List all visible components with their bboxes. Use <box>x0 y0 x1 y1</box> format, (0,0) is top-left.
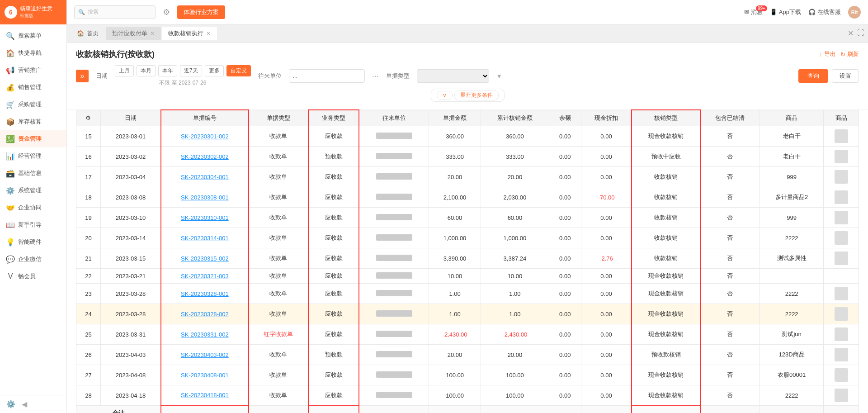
sidebar-item-inventory[interactable]: 📦 库存核算 <box>0 113 66 130</box>
sidebar-item-operation[interactable]: 📊 经营管理 <box>0 147 66 165</box>
tab-preorder[interactable]: 预计应收付单 ✕ <box>106 27 161 40</box>
cell-singletype: 收款单 <box>249 269 308 284</box>
tab-collection[interactable]: 收款核销执行 ✕ <box>162 27 217 40</box>
sidebar-label-system: 系统管理 <box>18 186 42 195</box>
singleno-link[interactable]: SK-20230304-001 <box>181 174 229 180</box>
cell-amount: 1,000.00 <box>429 228 481 248</box>
date-btn-lastmonth[interactable]: 上月 <box>115 65 134 76</box>
col-header-goods[interactable]: 商品 <box>760 110 824 126</box>
col-header-canceltype[interactable]: 核销类型 <box>632 110 700 126</box>
sidebar-item-system[interactable]: ⚙️ 系统管理 <box>0 182 66 199</box>
col-header-counterpart[interactable]: 往来单位 <box>359 110 429 126</box>
singleno-link[interactable]: SK-20230331-002 <box>181 331 229 338</box>
sidebar-item-base[interactable]: 🗃️ 基础信息 <box>0 165 66 182</box>
sidebar-item-hardware[interactable]: 💡 智能硬件 <box>0 233 66 251</box>
solution-button[interactable]: 体验行业方案 <box>177 5 225 19</box>
cell-balance: 0.00 <box>549 304 581 324</box>
cell-goods: 2222 <box>760 304 824 324</box>
date-btn-7days[interactable]: 近7天 <box>180 65 202 76</box>
refresh-button[interactable]: ↻ 刷新 <box>840 50 859 58</box>
sidebar-item-guide[interactable]: 📖 新手引导 <box>0 216 66 233</box>
col-header-cashdiscount[interactable]: 现金折扣 <box>581 110 632 126</box>
singleno-link[interactable]: SK-20230328-001 <box>181 290 229 297</box>
singleno-link[interactable]: SK-20230321-003 <box>181 273 229 280</box>
sidebar-item-wechat[interactable]: 💬 企业微信 <box>0 251 66 268</box>
cell-rownum: 28 <box>76 385 101 406</box>
col-header-rownum[interactable]: ⚙ <box>76 110 101 126</box>
cell-date: 2023-03-28 <box>100 284 161 304</box>
sidebar-item-search[interactable]: 🔍 搜索菜单 <box>0 27 66 44</box>
cell-counterpart <box>359 284 429 304</box>
cell-singletype: 收款单 <box>249 187 308 208</box>
collapse-icon[interactable]: ◀ <box>22 400 27 408</box>
sidebar-item-purchase[interactable]: 🛒 采购管理 <box>0 96 66 113</box>
online-service-button[interactable]: 🎧 在线客服 <box>808 8 841 16</box>
singleno-link[interactable]: SK-20230315-002 <box>181 255 229 262</box>
cell-counterpart <box>359 385 429 406</box>
cell-cumcancel: 20.00 <box>481 167 549 187</box>
sidebar-item-sales[interactable]: 💰 销售管理 <box>0 79 66 96</box>
date-btn-more[interactable]: 更多 <box>205 65 224 76</box>
col-header-date[interactable]: 日期 <box>100 110 161 126</box>
tab-close-collection[interactable]: ✕ <box>206 30 211 37</box>
cell-goods2 <box>824 187 859 208</box>
message-button[interactable]: ✉ 消息 99+ <box>744 8 763 16</box>
cell-cashdiscount: 0.00 <box>581 385 632 406</box>
singleno-link[interactable]: SK-20230408-001 <box>181 372 229 379</box>
date-btn-custom[interactable]: 自定义 <box>226 65 251 76</box>
singleno-link[interactable]: SK-20230418-001 <box>181 392 229 399</box>
col-header-balance[interactable]: 余额 <box>549 110 581 126</box>
singleno-link[interactable]: SK-20230310-001 <box>181 214 229 221</box>
settings-button[interactable]: 设置 <box>832 69 859 83</box>
sidebar-icon-base: 🗃️ <box>6 169 14 177</box>
app-download-button[interactable]: 📱 App下载 <box>770 8 801 16</box>
singleno-link[interactable]: SK-20230308-001 <box>181 194 229 201</box>
sidebar-item-finance[interactable]: 💹 资金管理 <box>0 130 66 147</box>
tab-close-preorder[interactable]: ✕ <box>150 30 155 37</box>
col-header-singleno[interactable]: 单据编号 <box>161 110 249 126</box>
export-button[interactable]: ↑ 导出 <box>820 50 836 58</box>
sidebar-item-enterprise[interactable]: 🤝 企业协同 <box>0 199 66 216</box>
query-button[interactable]: 查询 <box>798 69 828 83</box>
cell-goods: 多计量商品2 <box>760 187 824 208</box>
cell-goods: 2222 <box>760 385 824 406</box>
cell-date: 2023-04-03 <box>100 345 161 365</box>
sidebar-item-marketing[interactable]: 📢 营销推广 <box>0 62 66 79</box>
order-type-select[interactable] <box>417 69 489 83</box>
tab-maximize-icon[interactable]: ⛶ <box>857 29 864 38</box>
col-header-singletype[interactable]: 单据类型 <box>249 110 308 126</box>
col-header-amount[interactable]: 单据金额 <box>429 110 481 126</box>
singleno-link[interactable]: SK-20230301-002 <box>181 133 229 140</box>
date-btn-thisyear[interactable]: 本年 <box>158 65 177 76</box>
sidebar-item-quicknav[interactable]: 🏠 快捷导航 <box>0 44 66 62</box>
singleno-link[interactable]: SK-20230302-002 <box>181 153 229 160</box>
cell-counterpart <box>359 167 429 187</box>
sidebar-item-member[interactable]: V 畅会员 <box>0 268 66 285</box>
expand-bar[interactable]: ∨ 展开更多条件 <box>76 87 859 104</box>
settings-gear-icon[interactable]: ⚙ <box>163 7 170 17</box>
tab-close-all-icon[interactable]: ✕ <box>848 29 854 38</box>
cell-biztype: 应收款 <box>308 126 359 147</box>
col-header-biztype[interactable]: 业务类型 <box>308 110 359 126</box>
cell-rownum: 26 <box>76 345 101 365</box>
col-header-cumcancel[interactable]: 累计核销金额 <box>481 110 549 126</box>
settings-icon[interactable]: ⚙️ <box>6 400 15 408</box>
sidebar-menu: 🔍 搜索菜单 🏠 快捷导航 📢 营销推广 💰 销售管理 🛒 采购管理 📦 库存核… <box>0 24 66 395</box>
tab-home[interactable]: 🏠 首页 <box>71 27 105 40</box>
singleno-link[interactable]: SK-20230403-002 <box>181 351 229 358</box>
sidebar-icon-search: 🔍 <box>6 32 14 40</box>
col-header-includeclosed[interactable]: 包含已结清 <box>700 110 760 126</box>
cell-biztype: 应收款 <box>308 385 359 406</box>
cell-balance: 0.00 <box>549 269 581 284</box>
singleno-link[interactable]: SK-20230314-001 <box>181 235 229 242</box>
sidebar-icon-hardware: 💡 <box>6 238 14 246</box>
table-row: 21 2023-03-15 SK-20230315-002 收款单 应收款 3,… <box>76 248 859 269</box>
sidebar: 6 畅康道好生意 标推版 🔍 搜索菜单 🏠 快捷导航 📢 营销推广 💰 销售管理… <box>0 0 67 413</box>
filter-expand-button[interactable]: » <box>76 70 89 82</box>
singleno-link[interactable]: SK-20230328-002 <box>181 311 229 318</box>
user-avatar[interactable]: Rit <box>848 6 861 19</box>
date-btn-thismonth[interactable]: 本月 <box>137 65 156 76</box>
counterpart-input[interactable] <box>289 69 365 83</box>
col-header-goods2[interactable]: 商品 <box>824 110 859 126</box>
top-search-box[interactable]: 🔍 搜索 <box>74 5 156 19</box>
